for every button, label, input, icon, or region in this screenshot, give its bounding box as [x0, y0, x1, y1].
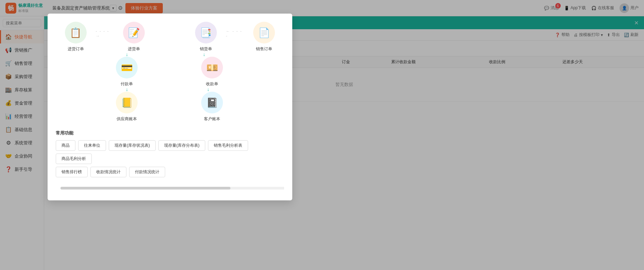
common-functions-title: 常用功能	[56, 130, 284, 136]
supplier-ledger-label: 供应商账本	[117, 116, 137, 122]
flow-node-sales-bill[interactable]: 📑 销货单	[186, 22, 226, 52]
func-btn-payment-stats[interactable]: 付款情况统计	[129, 167, 165, 177]
scrollbar-track	[60, 187, 284, 190]
content-area: 首页 销售订单执行表 ✕ ✕ ❓ 帮助 🖨 按模板打印 ▾	[44, 16, 644, 270]
func-btn-sales-rank[interactable]: 销售排行榜	[56, 167, 88, 177]
flow-node-purchase-order[interactable]: 📋 进货订单	[56, 22, 96, 52]
func-btn-stock-status[interactable]: 现存量(库存状况表)	[109, 140, 156, 151]
purchase-bill-circle: 📝	[123, 22, 145, 43]
flow-node-sales-order[interactable]: 📄 销售订单	[244, 22, 284, 52]
sales-bill-circle: 📑	[195, 22, 217, 43]
sales-order-circle: 📄	[253, 22, 275, 43]
func-btn-counterpart[interactable]: 往来单位	[78, 140, 106, 151]
customer-ledger-circle: 📓	[201, 92, 223, 113]
flow-section: 📋 进货订单 - - - - → 📝	[56, 22, 284, 122]
modal-overlay[interactable]: 📋 进货订单 - - - - → 📝	[44, 16, 644, 270]
customer-ledger-label: 客户账本	[204, 116, 220, 122]
flow-node-customer-ledger[interactable]: 📓 客户账本	[190, 92, 234, 122]
supplier-ledger-circle: 📒	[116, 92, 138, 113]
main-layout: 🏠 快捷导航 📢 营销推广 🛒 销售管理 📦 采购管理 🏬 库存核算 💰	[0, 16, 644, 270]
func-btn-product[interactable]: 商品	[56, 140, 75, 151]
common-functions-section: 常用功能 商品 往来单位 现存量(库存状况表) 现存量(库存分布表) 销售毛利分…	[56, 130, 284, 177]
flow-node-receipt-bill[interactable]: 💴 收款单	[190, 57, 234, 87]
receipt-bill-label: 收款单	[206, 81, 218, 87]
common-functions-row1: 商品 往来单位 现存量(库存状况表) 现存量(库存分布表) 销售毛利分析表 商品…	[56, 140, 284, 164]
purchase-bill-label: 进货单	[128, 46, 140, 52]
purchase-order-label: 进货订单	[68, 46, 84, 52]
func-btn-receipt-stats[interactable]: 收款情况统计	[90, 167, 126, 177]
common-functions-row2: 销售排行榜 收款情况统计 付款情况统计	[56, 167, 284, 177]
sales-bill-label: 销货单	[200, 46, 212, 52]
func-btn-stock-dist[interactable]: 现存量(库存分布表)	[158, 140, 205, 151]
flow-node-payment-bill[interactable]: 💳 付款单	[105, 57, 149, 87]
scrollbar-thumb[interactable]	[60, 187, 230, 190]
purchase-order-circle: 📋	[65, 22, 87, 43]
payment-bill-label: 付款单	[121, 81, 133, 87]
payment-bill-circle: 💳	[116, 57, 138, 78]
flow-node-supplier-ledger[interactable]: 📒 供应商账本	[105, 92, 149, 122]
modal-scrollbar[interactable]: ‹ ›	[56, 185, 284, 192]
func-btn-product-gross[interactable]: 商品毛利分析	[56, 154, 92, 164]
modal-box: 📋 进货订单 - - - - → 📝	[48, 16, 292, 200]
func-btn-sales-gross[interactable]: 销售毛利分析表	[208, 140, 248, 151]
receipt-bill-circle: 💴	[201, 57, 223, 78]
sales-order-label: 销售订单	[256, 46, 272, 52]
flow-node-purchase-bill[interactable]: 📝 进货单	[114, 22, 154, 52]
